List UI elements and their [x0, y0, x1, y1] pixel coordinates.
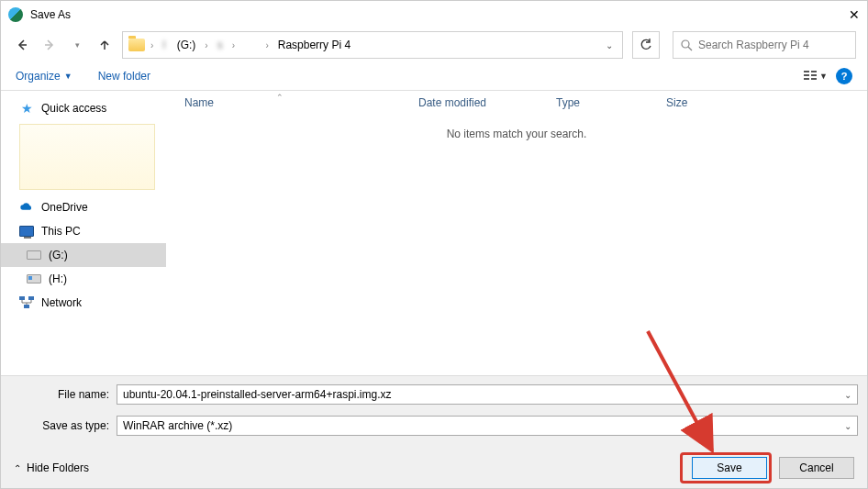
view-options-button[interactable]: ▼ — [803, 66, 829, 86]
sidebar-drive-g[interactable]: (G:) — [1, 243, 166, 267]
new-folder-label: New folder — [98, 70, 150, 83]
sidebar-label: (H:) — [49, 272, 67, 285]
star-icon: ★ — [19, 101, 34, 116]
sidebar-network[interactable]: Network — [1, 291, 166, 315]
footer: ⌃ Hide Folders Save Cancel — [1, 448, 867, 488]
usb-drive-icon — [27, 272, 41, 286]
chevron-down-icon: ▼ — [64, 72, 72, 81]
sidebar-label: Network — [41, 296, 82, 309]
svg-rect-1 — [804, 71, 809, 72]
svg-rect-6 — [811, 78, 817, 80]
svg-rect-7 — [19, 296, 25, 300]
close-button[interactable]: ✕ — [823, 7, 860, 22]
sidebar-label: This PC — [41, 225, 81, 238]
savetype-value: WinRAR archive (*.xz) — [123, 419, 232, 432]
chevron-right-icon: › — [149, 40, 155, 50]
sidebar-quick-access[interactable]: ★ Quick access — [1, 96, 166, 120]
column-type[interactable]: Type — [547, 96, 657, 109]
chevron-right-icon: › — [230, 40, 237, 50]
svg-rect-2 — [804, 74, 809, 76]
window-title: Save As — [30, 8, 823, 21]
chevron-right-icon: › — [203, 40, 209, 50]
sidebar-drive-h[interactable]: (H:) — [1, 267, 166, 291]
sidebar-label: Quick access — [41, 102, 106, 115]
column-date[interactable]: Date modified — [409, 96, 547, 109]
nav-row: ▾ › I (G:) › s › › Raspberry Pi 4 ⌄ — [1, 28, 867, 61]
breadcrumb-drive[interactable]: (G:) — [173, 37, 200, 53]
sidebar-onedrive[interactable]: OneDrive — [1, 195, 166, 219]
cancel-button[interactable]: Cancel — [779, 457, 854, 479]
sort-indicator-icon: ⌃ — [276, 93, 284, 102]
save-fields: File name: ⌄ Save as type: WinRAR archiv… — [1, 375, 867, 448]
search-box[interactable] — [673, 31, 856, 59]
breadcrumb-folder[interactable] — [240, 37, 260, 53]
filename-label: File name: — [10, 388, 117, 401]
refresh-button[interactable] — [632, 31, 660, 59]
back-button[interactable] — [12, 35, 32, 55]
sidebar: ★ Quick access OneDrive This PC (G:) (H:… — [1, 91, 166, 384]
filename-combobox[interactable]: ⌄ — [117, 384, 858, 405]
titlebar: Save As ✕ — [1, 1, 867, 28]
main-area: ★ Quick access OneDrive This PC (G:) (H:… — [1, 91, 867, 384]
svg-rect-9 — [24, 305, 29, 308]
address-dropdown-icon[interactable]: ⌄ — [602, 40, 617, 50]
cloud-icon — [19, 200, 34, 215]
edge-icon — [8, 7, 23, 22]
sidebar-this-pc[interactable]: This PC — [1, 219, 166, 243]
svg-point-0 — [682, 40, 689, 48]
chevron-down-icon[interactable]: ⌄ — [839, 421, 851, 431]
breadcrumb-leaf[interactable]: Raspberry Pi 4 — [274, 37, 354, 53]
save-button[interactable]: Save — [692, 457, 767, 479]
pc-icon — [19, 224, 34, 239]
new-folder-button[interactable]: New folder — [98, 70, 150, 83]
annotation-highlight: Save — [680, 452, 772, 483]
svg-rect-3 — [804, 78, 809, 80]
chevron-down-icon: ▼ — [819, 72, 828, 81]
sidebar-thumbnail[interactable] — [19, 124, 155, 190]
search-icon — [681, 39, 693, 51]
breadcrumb-root[interactable]: I — [159, 37, 169, 53]
search-input[interactable] — [698, 39, 848, 51]
column-headers: ⌃ Name Date modified Type Size — [166, 91, 867, 115]
column-size[interactable]: Size — [657, 96, 730, 109]
svg-rect-5 — [811, 74, 817, 76]
hide-folders-toggle[interactable]: ⌃ Hide Folders — [14, 461, 89, 474]
recent-dropdown-icon[interactable]: ▾ — [67, 35, 87, 55]
filename-input[interactable] — [123, 388, 839, 401]
address-bar[interactable]: › I (G:) › s › › Raspberry Pi 4 ⌄ — [122, 31, 623, 59]
chevron-down-icon[interactable]: ⌄ — [839, 390, 851, 400]
breadcrumb-folder[interactable]: s — [214, 37, 227, 53]
up-button[interactable] — [95, 35, 115, 55]
help-button[interactable]: ? — [836, 68, 852, 84]
chevron-right-icon: › — [263, 40, 270, 50]
svg-rect-8 — [28, 296, 34, 300]
sidebar-label: OneDrive — [41, 201, 88, 214]
folder-icon — [128, 39, 145, 51]
hide-folders-label: Hide Folders — [27, 461, 89, 474]
chevron-up-icon: ⌃ — [14, 463, 21, 473]
file-pane: ⌃ Name Date modified Type Size No items … — [166, 91, 867, 384]
sidebar-label: (G:) — [49, 249, 68, 261]
drive-icon — [27, 248, 41, 262]
empty-message: No items match your search. — [166, 128, 867, 140]
save-label: Save — [717, 461, 741, 474]
savetype-combobox[interactable]: WinRAR archive (*.xz) ⌄ — [117, 416, 858, 436]
forward-button[interactable] — [39, 35, 60, 55]
organize-menu[interactable]: Organize ▼ — [16, 70, 72, 83]
svg-rect-4 — [811, 71, 817, 72]
column-name[interactable]: Name — [166, 96, 409, 109]
network-icon — [19, 295, 34, 310]
savetype-label: Save as type: — [10, 419, 117, 432]
organize-label: Organize — [16, 70, 61, 83]
cancel-label: Cancel — [799, 461, 833, 474]
toolbar: Organize ▼ New folder ▼ ? — [1, 61, 867, 91]
